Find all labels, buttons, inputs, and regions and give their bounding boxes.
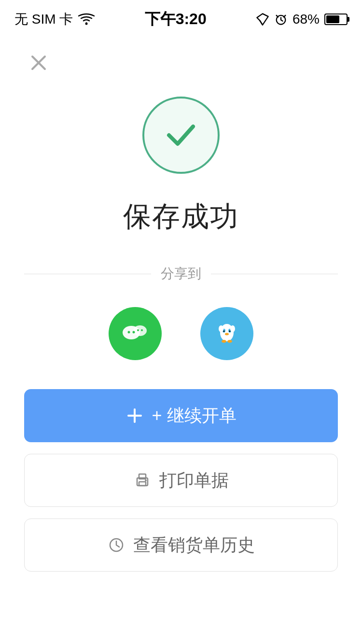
svg-point-7	[128, 331, 130, 334]
close-row	[0, 39, 362, 87]
wechat-share-button[interactable]	[109, 307, 162, 360]
status-left: 无 SIM 卡	[14, 10, 95, 28]
svg-rect-25	[139, 482, 146, 486]
svg-point-6	[133, 325, 147, 336]
share-divider: 分享到	[24, 265, 338, 283]
continue-button[interactable]: + 继续开单	[24, 389, 338, 442]
battery-percent: 68%	[292, 12, 320, 27]
qq-share-button[interactable]	[200, 307, 253, 360]
wifi-icon	[78, 13, 95, 26]
plus-icon	[125, 406, 144, 425]
checkmark-icon	[162, 116, 200, 154]
history-label: 查看销货单历史	[133, 533, 255, 557]
svg-point-10	[141, 329, 143, 331]
svg-point-9	[137, 329, 139, 331]
print-icon	[133, 471, 152, 490]
close-button[interactable]	[24, 48, 53, 77]
history-button[interactable]: 查看销货单历史	[24, 518, 338, 572]
share-icons	[24, 307, 338, 360]
svg-point-20	[227, 340, 232, 343]
status-time: 下午3:20	[145, 9, 207, 30]
svg-point-15	[229, 331, 231, 332]
close-icon	[28, 53, 49, 73]
share-section: 分享到	[24, 265, 338, 360]
wechat-icon	[120, 318, 151, 349]
success-circle	[142, 97, 220, 174]
qq-icon	[211, 318, 242, 349]
svg-point-0	[85, 23, 88, 25]
alarm-icon	[274, 13, 288, 26]
svg-point-17	[219, 325, 223, 332]
svg-point-16	[225, 333, 229, 336]
share-label: 分享到	[161, 265, 201, 283]
main-content: 保存成功 分享到	[0, 87, 362, 644]
svg-point-26	[145, 479, 147, 481]
no-sim-text: 无 SIM 卡	[14, 10, 73, 28]
svg-point-18	[230, 325, 235, 332]
success-title: 保存成功	[123, 198, 239, 236]
status-bar: 无 SIM 卡 下午3:20 68%	[0, 0, 362, 39]
battery-indicator	[324, 14, 348, 25]
svg-point-8	[133, 331, 135, 334]
svg-line-1	[260, 20, 263, 25]
continue-label: + 继续开单	[152, 404, 236, 428]
history-icon	[107, 536, 125, 554]
print-button[interactable]: 打印单据	[24, 454, 338, 507]
buttons-section: + 继续开单 打印单据 查看销货单历史	[24, 389, 338, 572]
status-right: 68%	[256, 12, 348, 27]
svg-point-14	[223, 331, 225, 332]
location-icon	[256, 13, 269, 26]
print-label: 打印单据	[159, 469, 229, 492]
svg-point-19	[222, 340, 226, 343]
